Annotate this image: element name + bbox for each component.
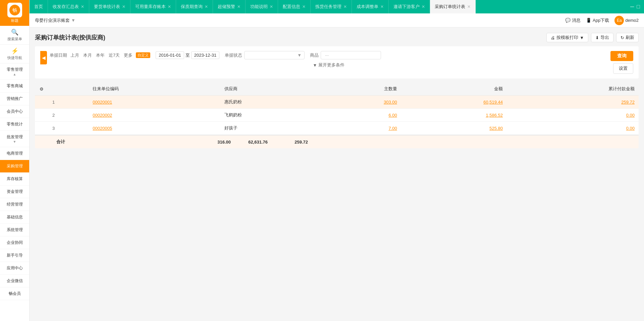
status-filter-item: 单据状态 ▼ [225,51,305,59]
date-shortcut-this-month[interactable]: 本月 [82,52,93,59]
goods-more-icon: ··· [325,53,329,58]
sidebar-item-retail[interactable]: 零售管理 ▲ [0,63,29,80]
row-num: 3 [48,122,89,135]
tab-overstock[interactable]: 超储预警 ✕ [213,0,246,13]
settings-button[interactable]: 设置 [613,63,633,74]
sidebar-item-member[interactable]: 会员中心 [0,105,29,118]
sidebar-item-enterprise[interactable]: 企业协同 [0,236,29,249]
topnav: 首页 收发存汇总表 ✕ 要货单统计表 ✕ 可用量库存账本 ✕ 保质期查询 ✕ 超… [30,0,644,13]
retail-arrow: ▲ [13,72,16,76]
sidebar-item-guide[interactable]: 新手引导 [0,249,29,262]
th-code: 往来单位编码 [89,83,220,96]
row-code: 00020005 [89,122,220,135]
sidebar-item-retail-shop[interactable]: 零售商城 [0,80,29,93]
minimize-button[interactable]: ─ [630,4,634,10]
app-download-label: App下载 [593,17,609,23]
th-qty: 主数量 [319,83,401,96]
collapse-filter-button[interactable]: ◀ [40,51,47,64]
sidebar-item-ecommerce[interactable]: 电商管理 [0,147,29,160]
table-row[interactable]: 1 00020001 惠氏奶粉 303.00 60,519.44 259.72 [35,96,639,109]
sidebar-item-retail-stat[interactable]: 零售统计 [0,118,29,131]
filter-actions: 查询 设置 [610,51,633,74]
tab-config-close[interactable]: ✕ [302,4,306,9]
sidebar-logo[interactable]: 畅 标题 [0,0,29,26]
tab-order-stat[interactable]: 要货单统计表 ✕ [89,0,130,13]
search-icon: 🔍 [11,29,18,36]
date-range: 自定义 [136,52,150,58]
row-amount: 525.80 [401,122,507,135]
industry-dropdown-arrow: ▼ [71,18,75,23]
username-label: demo2 [625,18,639,23]
tab-receive-close[interactable]: ✕ [81,4,84,9]
search-menu-item[interactable]: 🔍 搜索菜单 [0,26,29,45]
tab-available-stock-close[interactable]: ✕ [168,4,171,9]
footer-qty: 316.00 [194,140,231,145]
goods-filter-label: 商品 [310,52,319,58]
tab-invite-downstream-close[interactable]: ✕ [422,4,425,9]
sidebar-item-purchase[interactable]: 采购管理 [0,160,29,173]
date-shortcut-last-month[interactable]: 上月 [69,52,80,59]
tab-invite-downstream[interactable]: 邀请下游客户 ✕ [389,0,430,13]
industry-dropdown[interactable]: 母婴行业演示账套 ▼ [35,17,75,23]
tab-purchase-stat-close[interactable]: ✕ [467,4,471,9]
row-qty: 7.00 [319,122,401,135]
sidebar-item-wholesale[interactable]: 批发管理 ▼ [0,131,29,147]
tab-function-desc[interactable]: 功能说明 ✕ [246,0,278,13]
th-num [48,83,89,96]
row-paid: 0.00 [507,122,639,135]
tab-function-desc-close[interactable]: ✕ [270,4,273,9]
tab-expiry[interactable]: 保质期查询 ✕ [176,0,213,13]
tab-pick-task-close[interactable]: ✕ [343,4,347,9]
app-download-button[interactable]: 📱 App下载 [586,17,609,23]
date-shortcut-more[interactable]: 更多 [122,52,134,59]
tab-order-stat-close[interactable]: ✕ [122,4,125,9]
date-shortcut-this-year[interactable]: 本年 [95,52,106,59]
tab-available-stock[interactable]: 可用量库存账本 ✕ [130,0,176,13]
shortcut-nav-item[interactable]: ⚡ 快捷导航 [0,45,29,63]
date-shortcut-7days[interactable]: 近7天 [107,52,121,59]
tab-home[interactable]: 首页 [30,0,48,13]
status-select[interactable]: ▼ [244,51,305,59]
refresh-button[interactable]: ↻ 刷新 [616,33,639,42]
sidebar-item-business[interactable]: 经营管理 [0,198,29,211]
th-gear: ⚙ [35,83,48,96]
tab-pick-task[interactable]: 拣货任务管理 ✕ [311,0,352,13]
row-code-link[interactable]: 00020002 [93,113,112,118]
print-button[interactable]: 🖨 按模板打印 ▼ [546,33,588,42]
sidebar-item-inventory[interactable]: 库存核算 [0,173,29,185]
sidebar-item-app-center[interactable]: 应用中心 [0,262,29,275]
sidebar-item-vip[interactable]: 畅会员 [0,287,29,300]
tab-receive[interactable]: 收发存汇总表 ✕ [48,0,89,13]
query-button[interactable]: 查询 [610,51,633,61]
expand-more-button[interactable]: ▼ 展开更多条件 [313,62,345,68]
tab-cost-adjust[interactable]: 成本调整单 ✕ [352,0,389,13]
tab-overstock-close[interactable]: ✕ [237,4,240,9]
maximize-button[interactable]: □ [637,4,640,10]
row-code-link[interactable]: 00020005 [93,126,112,131]
table-header-row: ⚙ 往来单位编码 供应商 主数量 金额 [35,83,639,96]
table-row[interactable]: 2 00020002 飞鹤奶粉 6.00 1,586.52 0.00 [35,109,639,122]
date-filter-label: 单据日期 [50,52,67,58]
date-to[interactable]: 2023-12-31 [191,51,220,59]
sidebar-item-wechat[interactable]: 企业微信 [0,275,29,287]
tab-purchase-stat[interactable]: 采购订单统计表 ✕ [430,0,476,13]
table-row[interactable]: 3 00020005 好孩子 7.00 525.80 0.00 [35,122,639,135]
export-button[interactable]: ⬇ 导出 [591,33,613,42]
column-gear-icon[interactable]: ⚙ [40,87,44,92]
tab-config[interactable]: 配置信息 ✕ [278,0,311,13]
sidebar-item-marketing[interactable]: 营销推广 [0,93,29,105]
tab-expiry-close[interactable]: ✕ [205,4,208,9]
sidebar-item-system[interactable]: 系统管理 [0,224,29,236]
row-code-link[interactable]: 00020001 [93,100,112,105]
message-button[interactable]: 💬 消息 [565,17,581,23]
tab-order-stat-label: 要货单统计表 [94,4,120,10]
user-menu[interactable]: Ea demo2 [614,16,639,25]
message-label: 消息 [572,17,581,23]
goods-input[interactable]: ··· [321,51,381,59]
th-paid: 累计付款金额 [507,83,639,96]
tab-cost-adjust-close[interactable]: ✕ [380,4,384,9]
sidebar-item-finance[interactable]: 资金管理 [0,185,29,198]
date-from[interactable]: 2016-01-01 [156,51,184,59]
shortcut-icon: ⚡ [11,47,18,55]
sidebar-item-basic[interactable]: 基础信息 [0,211,29,224]
